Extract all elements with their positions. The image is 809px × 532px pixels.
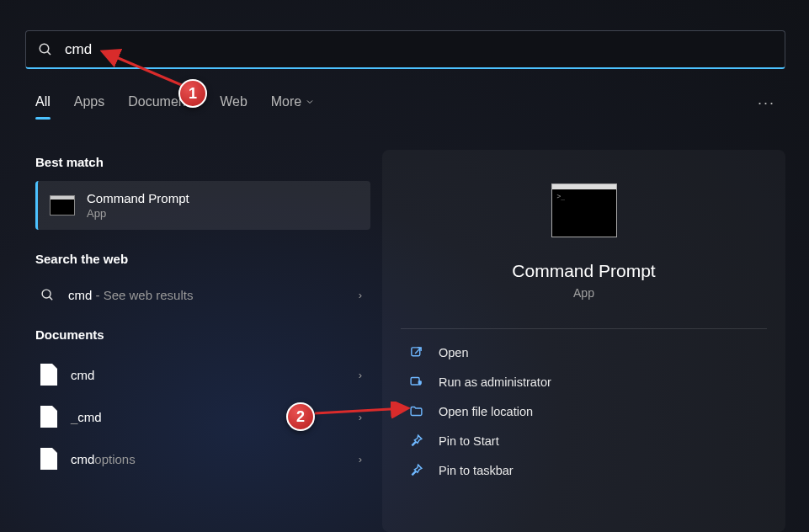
document-label: _cmd: [71, 410, 102, 424]
tab-all[interactable]: All: [35, 94, 51, 116]
web-result-item[interactable]: cmd - See web results ›: [35, 278, 370, 312]
document-result-item[interactable]: _cmd ›: [35, 396, 370, 438]
best-match-subtitle: App: [87, 207, 189, 220]
pin-icon: [409, 463, 423, 477]
svg-line-1: [47, 51, 51, 55]
web-result-label: cmd - See web results: [68, 288, 193, 302]
section-search-web-title: Search the web: [35, 252, 370, 266]
chevron-right-icon: ›: [359, 369, 362, 381]
action-pin-to-start[interactable]: Pin to Start: [397, 426, 770, 455]
action-run-as-administrator[interactable]: Run as administrator: [397, 367, 770, 396]
annotation-badge-2: 2: [286, 402, 315, 431]
svg-rect-5: [411, 378, 419, 386]
action-pin-to-taskbar[interactable]: Pin to taskbar: [397, 455, 770, 485]
tab-web[interactable]: Web: [220, 94, 247, 116]
chevron-down-icon: [305, 97, 315, 107]
annotation-badge-1: 1: [178, 79, 207, 108]
action-label: Open file location: [439, 405, 533, 418]
search-input[interactable]: [65, 41, 773, 58]
best-match-text: Command Prompt App: [87, 191, 189, 220]
tab-more[interactable]: More: [271, 94, 315, 116]
overflow-menu-button[interactable]: ···: [758, 94, 775, 112]
svg-point-2: [42, 290, 51, 298]
best-match-result[interactable]: Command Prompt App: [35, 181, 370, 230]
divider: [401, 328, 767, 329]
file-icon: [40, 364, 57, 386]
preview-panel: Command Prompt App Open Run as administr…: [382, 150, 785, 532]
search-icon: [38, 42, 53, 57]
file-icon: [40, 448, 57, 470]
section-documents-title: Documents: [35, 327, 370, 342]
folder-icon: [409, 404, 423, 418]
file-icon: [40, 406, 57, 428]
tab-more-label: More: [271, 94, 301, 109]
section-best-match-title: Best match: [35, 155, 370, 169]
tabs-row: All Apps Documents Web More ···: [35, 94, 785, 116]
chevron-right-icon: ›: [359, 453, 362, 466]
document-label: cmd: [71, 368, 94, 382]
search-icon: [40, 288, 55, 302]
document-result-item[interactable]: cmd ›: [35, 354, 370, 396]
action-label: Pin to Start: [439, 434, 499, 448]
chevron-right-icon: ›: [359, 289, 362, 301]
action-label: Run as administrator: [439, 375, 551, 389]
document-result-item[interactable]: cmdoptions ›: [35, 438, 370, 480]
section-search-web: Search the web cmd - See web results ›: [35, 252, 370, 312]
document-label: cmdoptions: [71, 452, 136, 466]
svg-point-0: [40, 44, 49, 53]
shield-admin-icon: [409, 375, 423, 389]
tab-apps[interactable]: Apps: [74, 94, 104, 116]
search-bar[interactable]: [25, 30, 785, 69]
best-match-title: Command Prompt: [87, 191, 189, 205]
action-label: Open: [439, 346, 468, 359]
command-prompt-icon: [551, 184, 617, 237]
preview-title: Command Prompt: [382, 261, 785, 281]
preview-subtitle: App: [382, 286, 785, 300]
pin-icon: [409, 434, 423, 448]
svg-rect-4: [412, 348, 420, 356]
results-column: Best match Command Prompt App Search the…: [35, 155, 370, 480]
action-label: Pin to taskbar: [439, 464, 514, 477]
action-open-file-location[interactable]: Open file location: [397, 396, 770, 426]
action-list: Open Run as administrator Open file loca…: [382, 338, 785, 485]
chevron-right-icon: ›: [359, 411, 362, 423]
command-prompt-icon: [50, 195, 75, 215]
section-documents: Documents cmd › _cmd › cmdoptions ›: [35, 327, 370, 480]
open-icon: [409, 345, 423, 359]
action-open[interactable]: Open: [397, 338, 770, 367]
svg-line-3: [50, 297, 53, 301]
